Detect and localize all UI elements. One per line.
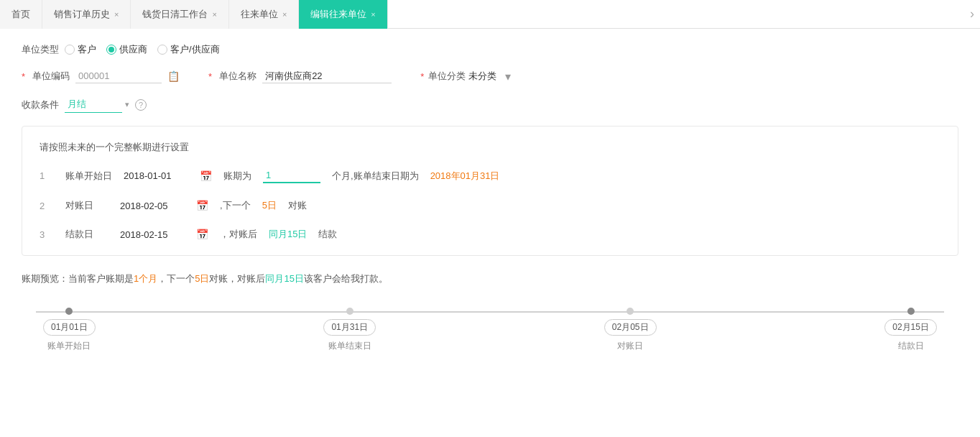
step-1-period-input[interactable] [263, 168, 320, 183]
tab-bar: 首页 销售订单历史 × 钱货日清工作台 × 往来单位 × 编辑往来单位 × › [0, 0, 980, 29]
step-1-period-end: 2018年01月31日 [430, 170, 500, 183]
step-1-period-unit: 个月,账单结束日期为 [332, 170, 419, 183]
timeline-badge-3: 02月15日 [884, 319, 937, 336]
step-3-label: 结款日 [65, 228, 108, 241]
main-content: 单位类型 客户 供应商 客户/供应商 * 单位编码 [0, 29, 980, 437]
radio-circle-supplier [106, 45, 116, 55]
tab-home[interactable]: 首页 [0, 0, 42, 29]
preview-middle1: ，下一个 [157, 273, 195, 284]
timeline-badge-2: 02月05日 [604, 319, 657, 336]
timeline-dot-0 [65, 308, 73, 315]
unit-category-value: 未分类 [468, 70, 496, 83]
preview-suffix: 该客户会给我打款。 [304, 273, 388, 284]
timeline-point-0: 01月01日 账单开始日 [43, 304, 96, 352]
unit-type-row: 单位类型 客户 供应商 客户/供应商 [22, 43, 958, 56]
step-2-calendar-icon[interactable]: 📅 [196, 200, 208, 211]
category-dropdown-arrow[interactable]: ▾ [505, 70, 511, 83]
payment-terms-row: 收款条件 月结 ▾ ? [22, 96, 958, 113]
unit-category-label: 单位分类 [428, 70, 466, 83]
tab-sales-history-label: 销售订单历史 [54, 8, 110, 21]
preview-middle2: 对账，对账后 [209, 273, 265, 284]
tab-cash-work-label: 钱货日清工作台 [142, 8, 208, 21]
payment-terms-field: 收款条件 月结 ▾ ? [22, 96, 147, 113]
timeline-point-1: 01月31日 账单结束日 [323, 304, 376, 352]
step-1-label: 账单开始日 [65, 170, 112, 183]
preview-highlight3: 同月15日 [265, 273, 303, 284]
preview-prefix: 账期预览：当前客户账期是 [22, 273, 134, 284]
copy-icon[interactable]: 📋 [167, 70, 180, 82]
preview-section: 账期预览：当前客户账期是1个月，下一个5日对账，对账后同月15日该客户会给我打款… [22, 270, 958, 287]
timeline-label-0: 账单开始日 [47, 340, 91, 352]
settings-row-1: 1 账单开始日 2018-01-01 📅 账期为 个月,账单结束日期为 2018… [40, 168, 940, 183]
close-tab-cash-work[interactable]: × [212, 10, 216, 19]
timeline-label-2: 对账日 [617, 340, 643, 352]
tab-edit-contacts-label: 编辑往来单位 [310, 8, 366, 21]
payment-terms-select[interactable]: 月结 ▾ [65, 96, 129, 113]
step-3-desc-suffix: 结款 [318, 228, 337, 241]
unit-code-input[interactable] [75, 69, 162, 83]
unit-info-row: * 单位编码 📋 * 单位名称 * 单位分类 未分类 ▾ [22, 69, 958, 83]
timeline-point-2: 02月05日 对账日 [604, 304, 657, 352]
payment-terms-value: 月结 [65, 96, 122, 113]
settings-row-2: 2 对账日 2018-02-05 📅 ,下一个 5日 对账 [40, 199, 940, 212]
unit-code-field: * 单位编码 📋 [22, 69, 180, 83]
step-1-period-label: 账期为 [223, 170, 251, 183]
tab-arrow[interactable]: › [964, 0, 980, 28]
step-1-date: 2018-01-01 [124, 170, 188, 181]
tab-sales-history[interactable]: 销售订单历史 × [42, 0, 131, 29]
help-icon[interactable]: ? [135, 99, 147, 111]
timeline-container: 01月01日 账单开始日 01月31日 账单结束日 02月05日 对账日 02月… [22, 304, 958, 352]
radio-customer-label: 客户 [78, 43, 96, 56]
step-2-desc-prefix: ,下一个 [220, 199, 251, 212]
timeline-label-1: 账单结束日 [328, 340, 371, 352]
step-3-calendar-icon[interactable]: 📅 [196, 229, 208, 240]
settings-row-3: 3 结款日 2018-02-15 📅 ，对账后 同月15日 结款 [40, 228, 940, 241]
unit-type-field: 单位类型 客户 供应商 客户/供应商 [22, 43, 220, 56]
radio-circle-customer [65, 45, 75, 55]
step-3-highlight: 同月15日 [269, 228, 307, 241]
timeline-point-3: 02月15日 结款日 [884, 304, 937, 352]
step-1-num: 1 [40, 170, 54, 181]
help-icon-text: ? [139, 101, 143, 109]
close-tab-edit-contacts[interactable]: × [371, 10, 375, 19]
settings-box: 请按照未来的一个完整帐期进行设置 1 账单开始日 2018-01-01 📅 账期… [22, 126, 958, 256]
radio-both-label: 客户/供应商 [170, 43, 220, 56]
step-2-label: 对账日 [65, 199, 108, 212]
preview-highlight1: 1个月 [134, 273, 157, 284]
step-3-date: 2018-02-15 [120, 229, 185, 240]
timeline-badge-0: 01月01日 [43, 319, 96, 336]
radio-supplier[interactable]: 供应商 [106, 43, 147, 56]
step-2-num: 2 [40, 201, 54, 211]
timeline-dot-2 [627, 308, 634, 315]
radio-both[interactable]: 客户/供应商 [157, 43, 220, 56]
step-1-calendar-icon[interactable]: 📅 [200, 170, 212, 182]
step-3-desc-prefix: ，对账后 [220, 228, 257, 241]
unit-type-label: 单位类型 [22, 43, 59, 56]
unit-name-input[interactable] [262, 69, 392, 83]
radio-supplier-label: 供应商 [119, 43, 147, 56]
step-2-date: 2018-02-05 [120, 201, 185, 211]
unit-name-star: * [208, 71, 212, 82]
tab-edit-contacts[interactable]: 编辑往来单位 × [299, 0, 387, 29]
tab-home-label: 首页 [11, 8, 30, 21]
timeline-label-3: 结款日 [898, 340, 924, 352]
preview-highlight2: 5日 [195, 273, 209, 284]
unit-category-star: * [420, 71, 424, 82]
unit-name-field: * 单位名称 [208, 69, 392, 83]
tab-cash-work[interactable]: 钱货日清工作台 × [131, 0, 228, 29]
radio-customer[interactable]: 客户 [65, 43, 96, 56]
unit-code-label: 单位编码 [32, 70, 70, 83]
timeline-points: 01月01日 账单开始日 01月31日 账单结束日 02月05日 对账日 02月… [43, 304, 937, 352]
radio-group-unit-type: 客户 供应商 客户/供应商 [65, 43, 220, 56]
tab-contacts[interactable]: 往来单位 × [229, 0, 299, 29]
close-tab-contacts[interactable]: × [282, 10, 287, 19]
unit-category-field: * 单位分类 未分类 ▾ [420, 70, 511, 83]
radio-circle-both [157, 45, 167, 55]
payment-terms-arrow[interactable]: ▾ [125, 100, 129, 109]
timeline-badge-1: 01月31日 [323, 319, 376, 336]
unit-name-label: 单位名称 [219, 70, 256, 83]
close-tab-sales-history[interactable]: × [114, 10, 119, 19]
step-2-highlight: 5日 [262, 199, 277, 212]
step-3-num: 3 [40, 229, 54, 240]
unit-code-star: * [22, 71, 25, 82]
